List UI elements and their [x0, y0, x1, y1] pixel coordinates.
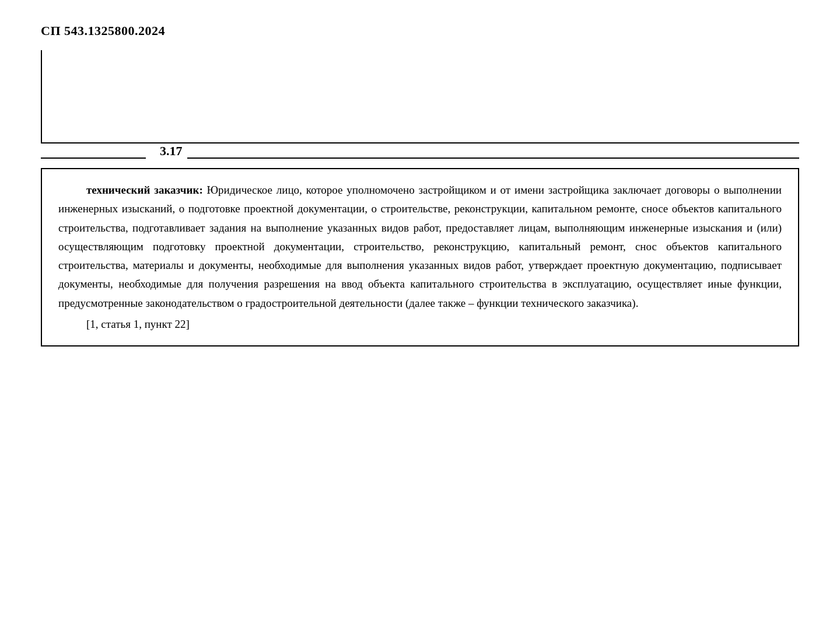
definition-paragraph: технический заказчик: Юридическое лицо, … [58, 181, 782, 313]
underline-left [41, 158, 146, 159]
definition-reference: [1, статья 1, пункт 22] [58, 315, 782, 334]
document-code: СП 543.1325800.2024 [41, 23, 799, 38]
diagram-placeholder [41, 50, 799, 144]
section-number: 3.17 [158, 144, 187, 159]
underline-right [187, 158, 800, 159]
definition-term: технический заказчик: [86, 184, 203, 196]
page-container: СП 543.1325800.2024 3.17 технический зак… [41, 23, 799, 346]
definition-box: технический заказчик: Юридическое лицо, … [41, 168, 799, 346]
section-number-row: 3.17 [41, 144, 799, 159]
definition-body: Юридическое лицо, которое уполномочено з… [58, 184, 782, 309]
